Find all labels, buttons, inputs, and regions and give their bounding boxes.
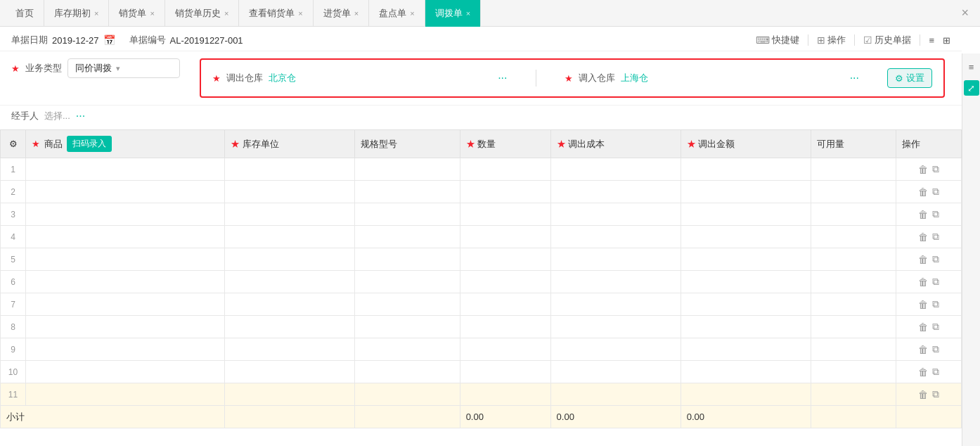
copy-icon-6[interactable]: ⧉ <box>932 276 939 288</box>
tab-sales-order[interactable]: 销货单 × <box>109 0 165 27</box>
row-amount-1[interactable] <box>681 158 811 181</box>
agent-more-button[interactable]: ··· <box>76 110 85 122</box>
row-product-4[interactable] <box>26 226 225 248</box>
row-qty-9[interactable] <box>460 338 550 361</box>
delete-icon-4[interactable]: 🗑 <box>918 231 928 243</box>
row-qty-11[interactable] <box>460 383 550 406</box>
row-spec-11[interactable] <box>355 383 460 406</box>
row-cost-7[interactable] <box>550 293 681 316</box>
row-cost-4[interactable] <box>550 226 681 248</box>
tab-home[interactable]: 首页 <box>6 0 44 27</box>
row-spec-2[interactable] <box>355 181 460 203</box>
copy-icon-5[interactable]: ⧉ <box>932 253 939 265</box>
scan-button[interactable]: 扫码录入 <box>67 136 112 152</box>
row-unit-5[interactable] <box>225 248 355 271</box>
row-qty-2[interactable] <box>460 181 550 203</box>
copy-icon-8[interactable]: ⧉ <box>932 321 939 333</box>
row-amount-2[interactable] <box>681 181 811 203</box>
row-spec-3[interactable] <box>355 203 460 226</box>
business-type-select[interactable]: 同价调拨 ▾ <box>67 58 180 78</box>
agent-select[interactable]: 选择... <box>44 110 70 122</box>
row-available-5[interactable] <box>811 248 896 271</box>
row-available-7[interactable] <box>811 293 896 316</box>
row-available-10[interactable] <box>811 361 896 383</box>
delete-icon-3[interactable]: 🗑 <box>918 209 928 220</box>
row-available-1[interactable] <box>811 158 896 181</box>
row-spec-10[interactable] <box>355 361 460 383</box>
delete-icon-5[interactable]: 🗑 <box>918 254 928 265</box>
delete-icon-1[interactable]: 🗑 <box>918 164 928 175</box>
delete-icon-8[interactable]: 🗑 <box>918 321 928 333</box>
copy-icon-1[interactable]: ⧉ <box>932 163 939 175</box>
row-qty-7[interactable] <box>460 293 550 316</box>
tab-transfer[interactable]: 调拨单 × <box>425 0 481 27</box>
row-amount-9[interactable] <box>681 338 811 361</box>
row-unit-10[interactable] <box>225 361 355 383</box>
row-unit-2[interactable] <box>225 181 355 203</box>
in-warehouse-value[interactable]: 上海仓 <box>621 72 844 84</box>
history-button[interactable]: ☑ 历史单据 <box>863 34 911 46</box>
tab-view-sales-close[interactable]: × <box>298 9 302 18</box>
tab-inventory-check-close[interactable]: × <box>410 9 414 18</box>
row-spec-5[interactable] <box>355 248 460 271</box>
row-amount-8[interactable] <box>681 316 811 338</box>
row-qty-5[interactable] <box>460 248 550 271</box>
operations-button[interactable]: ⊞ 操作 <box>817 34 846 46</box>
row-cost-6[interactable] <box>550 271 681 293</box>
delete-icon-2[interactable]: 🗑 <box>918 186 928 198</box>
row-spec-9[interactable] <box>355 338 460 361</box>
row-unit-8[interactable] <box>225 316 355 338</box>
view-toggle-grid[interactable]: ⊞ <box>943 35 950 46</box>
delete-icon-7[interactable]: 🗑 <box>918 299 928 310</box>
row-qty-3[interactable] <box>460 203 550 226</box>
row-qty-8[interactable] <box>460 316 550 338</box>
row-amount-6[interactable] <box>681 271 811 293</box>
row-available-6[interactable] <box>811 271 896 293</box>
row-cost-11[interactable] <box>550 383 681 406</box>
row-cost-8[interactable] <box>550 316 681 338</box>
out-warehouse-more-button[interactable]: ··· <box>498 72 507 84</box>
tab-inventory-init-close[interactable]: × <box>94 9 98 18</box>
shortcuts-button[interactable]: ⌨ 快捷键 <box>756 34 799 46</box>
row-qty-10[interactable] <box>460 361 550 383</box>
row-product-9[interactable] <box>26 338 225 361</box>
row-product-6[interactable] <box>26 271 225 293</box>
row-available-4[interactable] <box>811 226 896 248</box>
row-amount-4[interactable] <box>681 226 811 248</box>
row-qty-1[interactable] <box>460 158 550 181</box>
row-product-5[interactable] <box>26 248 225 271</box>
row-spec-6[interactable] <box>355 271 460 293</box>
copy-icon-9[interactable]: ⧉ <box>932 343 939 355</box>
delete-icon-6[interactable]: 🗑 <box>918 276 928 288</box>
row-cost-3[interactable] <box>550 203 681 226</box>
in-warehouse-more-button[interactable]: ··· <box>850 72 859 84</box>
row-available-9[interactable] <box>811 338 896 361</box>
row-spec-4[interactable] <box>355 226 460 248</box>
row-qty-6[interactable] <box>460 271 550 293</box>
row-cost-5[interactable] <box>550 248 681 271</box>
view-toggle-list[interactable]: ≡ <box>929 35 934 46</box>
row-product-7[interactable] <box>26 293 225 316</box>
row-unit-7[interactable] <box>225 293 355 316</box>
side-list-button[interactable]: ≡ <box>964 59 979 75</box>
row-spec-7[interactable] <box>355 293 460 316</box>
row-unit-3[interactable] <box>225 203 355 226</box>
row-unit-11[interactable] <box>225 383 355 406</box>
row-cost-2[interactable] <box>550 181 681 203</box>
row-unit-4[interactable] <box>225 226 355 248</box>
copy-icon-7[interactable]: ⧉ <box>932 298 939 310</box>
row-product-1[interactable] <box>26 158 225 181</box>
tab-purchase-close[interactable]: × <box>354 9 359 18</box>
tab-transfer-close[interactable]: × <box>466 9 470 18</box>
tab-sales-order-close[interactable]: × <box>150 9 154 18</box>
close-all-tabs-button[interactable]: × <box>955 6 974 20</box>
side-expand-button[interactable]: ⤢ <box>964 80 979 96</box>
settings-button[interactable]: ⚙ 设置 <box>887 68 932 88</box>
date-value[interactable]: 2019-12-27 <box>52 35 99 46</box>
copy-icon-4[interactable]: ⧉ <box>932 231 939 243</box>
row-available-11[interactable] <box>811 383 896 406</box>
out-warehouse-value[interactable]: 北京仓 <box>269 72 492 84</box>
row-spec-1[interactable] <box>355 158 460 181</box>
row-cost-1[interactable] <box>550 158 681 181</box>
row-cost-10[interactable] <box>550 361 681 383</box>
